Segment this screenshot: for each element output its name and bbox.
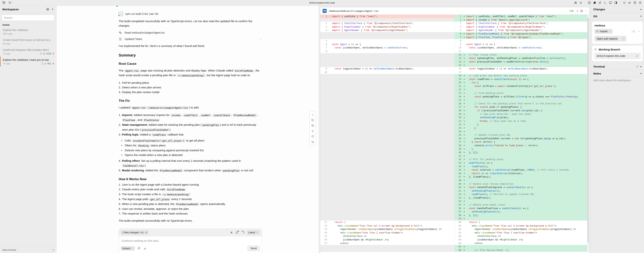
diff-marker: +: [463, 133, 466, 137]
diff-row: 44+ loadPlans();: [320, 165, 589, 168]
git-section-header[interactable]: Git ▾: [591, 13, 644, 20]
copy-button[interactable]: [310, 118, 315, 122]
tool-call-row[interactable]: Updated Todos: [119, 37, 262, 41]
line-number: 36: [454, 137, 463, 140]
tool-call-row[interactable]: Read medusa/src/pages/Agent.tsx: [119, 31, 262, 34]
code-line: break; // Only open one at a time: [466, 119, 588, 123]
scrollbar-thumb[interactable]: [587, 18, 589, 243]
tool-call-label: Read medusa/src/pages/Agent.tsx: [124, 31, 165, 34]
megaphone-icon[interactable]: [628, 1, 631, 4]
attach-file-button[interactable]: [138, 247, 141, 250]
code-line: console.error('Failed to load plans:', e…: [466, 144, 588, 147]
compare-button[interactable]: [310, 140, 315, 144]
workspace-item[interactable]: Install and integrate Vibe Kanban Web (7…: [0, 46, 56, 56]
sign-out-icon[interactable]: [8, 1, 12, 4]
workspace-item[interactable]: Create Good First Issues on Github So p6…: [0, 36, 56, 46]
diff-marker: [463, 67, 466, 70]
open-pr-button[interactable]: Open pull request: [594, 36, 620, 42]
code-line: // Load plans and detect new pending pla…: [466, 74, 588, 78]
notes-section-header[interactable]: Notes ▾: [591, 70, 644, 77]
code-line: const [sidebarOpen, setSidebarOpen] = us…: [332, 46, 454, 50]
inline-code: ~/.medusa/pending/: [176, 74, 205, 77]
diff-row: 6+import { PlanReviewModal } from "@/com…: [320, 32, 589, 36]
diff-marker: [328, 220, 332, 224]
collapse-diff-button[interactable]: [585, 10, 587, 12]
pr-options-dropdown[interactable]: [620, 36, 626, 42]
code-line: const previousPlanIdsRef = useRef<Set<st…: [466, 60, 588, 64]
files-changed-chip[interactable]: 2 files changed +61 -3: [121, 230, 149, 234]
play-button[interactable]: [310, 128, 315, 134]
grip-button[interactable]: [310, 112, 315, 117]
diff-row: 19+ const loadPlans = useCallback(async …: [320, 78, 589, 81]
line-number: 56: [454, 207, 463, 210]
tool-call-row[interactable]: >_npm run build 2>&1 | tail -80: [119, 12, 262, 16]
comment-button[interactable]: [310, 134, 315, 139]
pause-icon[interactable]: [574, 1, 577, 4]
panel-left-icon[interactable]: [588, 1, 591, 4]
panel-right-icon[interactable]: [614, 1, 617, 4]
terminal-section-header[interactable]: Terminal ▸: [591, 63, 644, 70]
layers-icon[interactable]: [46, 8, 49, 11]
code-line: [466, 39, 588, 42]
diff-marker: +: [463, 200, 466, 203]
code-line: [466, 200, 588, 203]
search-input[interactable]: [2, 15, 54, 21]
diff-marker: +: [463, 84, 466, 88]
message-input[interactable]: [121, 239, 260, 242]
diff-view-toggle[interactable]: [580, 10, 583, 12]
terminal-label: Terminal: [593, 65, 605, 68]
notes-input[interactable]: Add notes about this workspace...: [591, 77, 644, 84]
code-line: const pendingPlans = allPlans.filter(p =…: [466, 95, 588, 98]
diff-deletions: -1: [575, 10, 578, 12]
diff-row: 33+ }: [320, 126, 589, 130]
code-line: [332, 70, 454, 74]
repo-more-menu[interactable]: ⋯: [638, 30, 640, 33]
terminal-icon[interactable]: [604, 1, 607, 4]
code-line: const toggleSidebar = () => setSidebarOp…: [332, 67, 454, 70]
diff-marker: +: [463, 116, 466, 119]
diff-marker: +: [463, 36, 466, 39]
line-number: 48: [454, 179, 463, 182]
workspace-item[interactable]: Explore the codebase35m ago: [0, 27, 56, 36]
view-archive-link[interactable]: View Archive: [2, 248, 16, 251]
code-line: setPendingPlan(plan);: [466, 116, 588, 119]
inline-code: PlanItem: [122, 118, 136, 122]
diff-marker: +: [463, 154, 466, 158]
chat-icon[interactable]: [593, 1, 596, 4]
diff-marker: [463, 70, 466, 74]
workspace-timestamp: 6h ago: [3, 42, 10, 45]
add-workspace-button[interactable]: [51, 8, 54, 11]
inline-code: pendingPlan: [202, 124, 220, 126]
git-panel: Changes ▸ Git ▾ medusa master ↑ 1 ⋯ Open…: [590, 6, 644, 253]
working-branch-input[interactable]: vk/3ccf-explore-the-code: [594, 53, 640, 59]
version-selector[interactable]: Latest: [247, 230, 260, 234]
code-line: [332, 50, 454, 53]
collapse-up-icon[interactable]: [579, 1, 582, 4]
diff-row: 1-import { useState } from "react";1+imp…: [320, 15, 589, 18]
archive-icon[interactable]: [2, 1, 6, 4]
diff-row: 26+ // Check for new pending plans that …: [320, 102, 589, 106]
diff-marker: +: [463, 98, 466, 102]
settings-icon[interactable]: [638, 1, 642, 4]
changes-section-header[interactable]: Changes ▸: [591, 6, 644, 13]
diff-marker: +: [463, 92, 466, 95]
help-icon[interactable]: [633, 1, 636, 4]
mode-selector[interactable]: Default: [121, 246, 135, 250]
send-button[interactable]: Send: [248, 246, 260, 251]
expand-icon[interactable]: [636, 65, 638, 68]
display-icon[interactable]: [609, 1, 612, 4]
branch-selector[interactable]: master: [594, 29, 613, 34]
diff-scrollbar[interactable]: [587, 15, 589, 252]
menu-icon[interactable]: [623, 1, 626, 4]
workspace-item[interactable]: Explore the codebase I want you to exp7h…: [0, 56, 56, 66]
annotate-button[interactable]: [144, 247, 146, 250]
line-number: 41: [454, 154, 463, 158]
todos-status-button[interactable]: [236, 231, 238, 234]
line-number: 40: [454, 151, 463, 154]
working-branch-label: Working Branch: [598, 48, 620, 51]
burst-icon[interactable]: [230, 231, 233, 234]
git-sync-icon[interactable]: [598, 1, 602, 4]
inline-code: Agent.tsx: [124, 69, 140, 72]
diff-marker: [328, 39, 332, 42]
file-stack-button[interactable]: [310, 123, 315, 128]
